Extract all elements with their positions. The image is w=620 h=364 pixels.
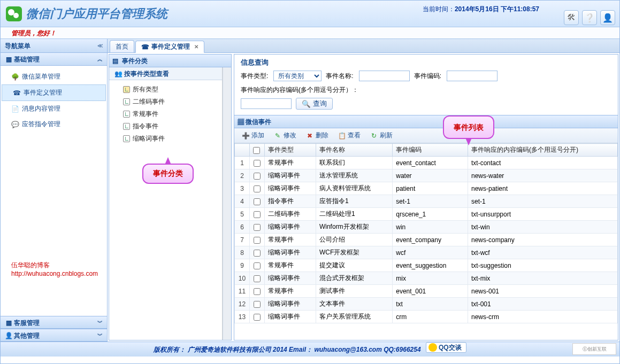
- tree-node[interactable]: 指令事件: [111, 120, 220, 133]
- row-checkbox[interactable]: [254, 262, 261, 269]
- document-icon: 📄: [11, 105, 19, 113]
- table-row[interactable]: 8缩略词事件WCF开发框架wcftxt-wcf: [235, 246, 618, 259]
- col-checkbox[interactable]: [250, 144, 265, 157]
- item-icon: [123, 123, 130, 130]
- cell-checkbox[interactable]: [250, 234, 265, 246]
- cell-resp: news-crm: [468, 311, 617, 323]
- cell-resp: txt-unsurpport: [468, 208, 617, 221]
- cell-checkbox[interactable]: [250, 272, 265, 285]
- cell-name: 混合式开发框架: [316, 272, 392, 285]
- col-code[interactable]: 事件编码: [393, 144, 468, 157]
- footer: 版权所有： 广州爱奇迪软件科技有限公司 2014 Email： wuhuacon…: [1, 342, 619, 357]
- row-checkbox[interactable]: [254, 173, 261, 180]
- select-event-type[interactable]: 所有类别: [273, 71, 322, 81]
- cell-checkbox[interactable]: [250, 285, 265, 298]
- qq-chat-button[interactable]: QQ交谈: [426, 342, 466, 353]
- sidebar-item-event-mgmt[interactable]: ☎ 事件定义管理: [2, 84, 106, 101]
- table-row[interactable]: 3缩略词事件病人资料管理系统patientnews-patient: [235, 182, 618, 195]
- sidebar-item-content-mgmt[interactable]: 📄 消息内容管理: [1, 101, 107, 117]
- category-panel-title: ▤ 事件分类: [109, 55, 231, 67]
- row-checkbox[interactable]: [254, 288, 261, 295]
- cell-name: 文本事件: [316, 298, 392, 311]
- cell-resp: txt-win: [468, 221, 617, 234]
- tree-node[interactable]: 所有类型: [111, 83, 220, 96]
- cell-checkbox[interactable]: [250, 221, 265, 234]
- tree-node[interactable]: 常规事件: [111, 108, 220, 120]
- row-checkbox[interactable]: [254, 301, 261, 308]
- cell-code: wcf: [393, 246, 468, 259]
- table-row[interactable]: 6缩略词事件Winform开发框架wintxt-win: [235, 221, 618, 234]
- cell-rownum: 8: [235, 246, 250, 259]
- row-checkbox[interactable]: [254, 314, 261, 321]
- input-resp-code[interactable]: [241, 98, 292, 109]
- cell-checkbox[interactable]: [250, 182, 265, 195]
- row-checkbox[interactable]: [254, 275, 261, 282]
- row-checkbox[interactable]: [254, 198, 261, 205]
- help-button[interactable]: ❔: [582, 10, 597, 25]
- cell-checkbox[interactable]: [250, 259, 265, 272]
- phone-icon: ☎: [141, 43, 149, 51]
- cell-checkbox[interactable]: [250, 169, 265, 182]
- row-checkbox[interactable]: [254, 211, 261, 218]
- table-row[interactable]: 11常规事件测试事件event_001news-001: [235, 285, 618, 298]
- view-button[interactable]: 📋查看: [334, 130, 365, 142]
- cell-checkbox[interactable]: [250, 298, 265, 311]
- input-event-code[interactable]: [447, 71, 497, 81]
- delete-button[interactable]: ✖删除: [302, 130, 333, 142]
- table-row[interactable]: 4指令事件应答指令1set-1set-1: [235, 195, 618, 208]
- edit-button[interactable]: ✎修改: [270, 130, 301, 142]
- cell-checkbox[interactable]: [250, 311, 265, 323]
- row-checkbox[interactable]: [254, 224, 261, 231]
- cell-rownum: 3: [235, 182, 250, 195]
- chevron-left-icon[interactable]: ≪: [97, 39, 103, 53]
- refresh-button[interactable]: ↻刷新: [366, 130, 397, 142]
- table-row[interactable]: 5二维码事件二维码处理1qrscene_1txt-unsurpport: [235, 208, 618, 221]
- nav-group-other[interactable]: 👤 其他管理 ︾: [1, 329, 107, 342]
- select-all-checkbox[interactable]: [253, 147, 260, 154]
- row-checkbox[interactable]: [254, 185, 261, 192]
- col-resp[interactable]: 事件响应的内容编码(多个用逗号分开): [468, 144, 617, 157]
- nav-group-service[interactable]: ▦ 客服管理 ︾: [1, 316, 107, 329]
- tree-node[interactable]: 缩略词事件: [111, 133, 220, 145]
- col-name[interactable]: 事件名称: [316, 144, 392, 157]
- table-row[interactable]: 1常规事件联系我们event_contacttxt-contact: [235, 157, 618, 169]
- sidebar-item-menu-mgmt[interactable]: 🌳 微信菜单管理: [1, 69, 107, 84]
- cell-checkbox[interactable]: [250, 195, 265, 208]
- table-row[interactable]: 12缩略词事件文本事件txttxt-001: [235, 298, 618, 311]
- row-checkbox[interactable]: [254, 237, 261, 244]
- cell-checkbox[interactable]: [250, 246, 265, 259]
- add-button[interactable]: ➕添加: [238, 130, 269, 142]
- settings-button[interactable]: 🛠: [564, 10, 579, 25]
- input-event-name[interactable]: [359, 71, 410, 81]
- header-toolbar: 🛠 ❔ 👤: [564, 10, 615, 25]
- sidebar-item-reply-mgmt[interactable]: 💬 应答指令管理: [1, 117, 107, 132]
- cell-checkbox[interactable]: [250, 157, 265, 169]
- user-button[interactable]: 👤: [600, 10, 615, 25]
- cell-code: patient: [393, 182, 468, 195]
- tab-event-mgmt[interactable]: ☎ 事件定义管理 ✕: [135, 41, 204, 53]
- nav-group-basic[interactable]: ▦ 基础管理 ︽: [1, 53, 107, 66]
- close-icon[interactable]: ✕: [194, 44, 198, 50]
- table-row[interactable]: 9常规事件提交建议event_suggestiontxt-suggestion: [235, 259, 618, 272]
- row-checkbox[interactable]: [254, 160, 261, 167]
- search-button[interactable]: 🔍 查询: [296, 98, 333, 110]
- row-checkbox[interactable]: [254, 250, 261, 257]
- cell-type: 缩略词事件: [265, 246, 316, 259]
- table-row[interactable]: 2缩略词事件送水管理系统waternews-water: [235, 169, 618, 182]
- chevron-down-icon: ︾: [97, 329, 103, 342]
- cell-checkbox[interactable]: [250, 208, 265, 221]
- item-icon: [123, 98, 130, 105]
- table-row[interactable]: 7常规事件公司介绍event_companynews-company: [235, 234, 618, 246]
- footer-email[interactable]: wuhuacong@163.com: [314, 346, 381, 353]
- tab-home[interactable]: 首页: [110, 40, 134, 52]
- scrollbar[interactable]: [223, 67, 231, 340]
- table-row[interactable]: 13缩略词事件客户关系管理系统crmnews-crm: [235, 311, 618, 323]
- col-type[interactable]: 事件类型: [265, 144, 316, 157]
- data-grid[interactable]: 事件类型 事件名称 事件编码 事件响应的内容编码(多个用逗号分开) 1常规事件联…: [234, 143, 618, 340]
- label-name: 事件名称:: [326, 72, 353, 81]
- tree-node[interactable]: 二维码事件: [111, 96, 220, 108]
- sidebar-item-label: 微信菜单管理: [22, 72, 60, 81]
- table-row[interactable]: 10缩略词事件混合式开发框架mixtxt-mix: [235, 272, 618, 285]
- cell-type: 缩略词事件: [265, 298, 316, 311]
- cell-code: win: [393, 221, 468, 234]
